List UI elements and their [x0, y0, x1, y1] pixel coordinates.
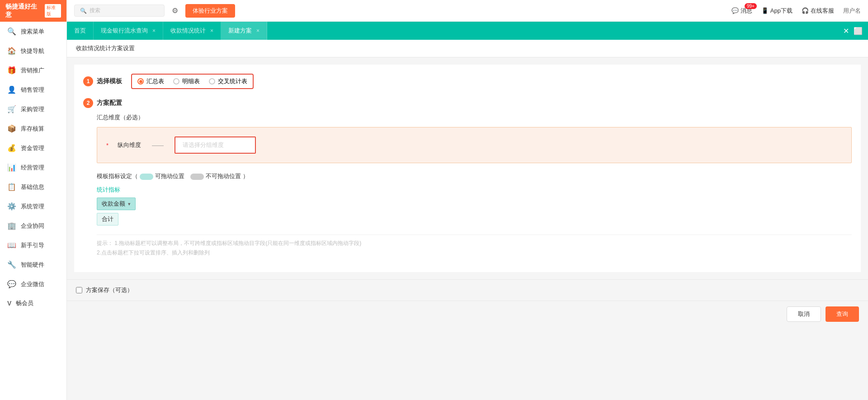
radio-cross[interactable]: 交叉统计表: [209, 77, 247, 85]
tip-line-1: 提示： 1.拖动标题栏可以调整布局，不可跨维度或指标区域拖动目字段(只能在同一维…: [97, 240, 852, 247]
settings-gear-icon[interactable]: ⚙: [172, 6, 178, 15]
metrics-label-text: 模板指标设定（: [97, 173, 138, 179]
chevron-down-icon: ▾: [128, 201, 131, 207]
tab-home[interactable]: 首页: [67, 22, 94, 40]
query-button[interactable]: 查询: [826, 306, 859, 322]
metrics-tag-collection-amount[interactable]: 收款金额 ▾: [97, 198, 136, 210]
step1-label: 选择模板: [97, 77, 122, 85]
required-star: *: [106, 142, 108, 149]
sidebar-item-wechat[interactable]: 💬 企业微信: [0, 274, 66, 294]
customer-service-item[interactable]: 🎧 在线客服: [802, 7, 834, 15]
settings-icon: ⚙️: [7, 202, 16, 211]
tab-cashflow-label: 现金银行流水查询: [101, 27, 148, 35]
step1-number: 1: [83, 76, 93, 86]
metrics-subtag-total[interactable]: 合计: [97, 213, 118, 226]
sidebar-item-hardware[interactable]: 🔧 智能硬件: [0, 255, 66, 274]
dimension-title: 汇总维度（必选）: [97, 113, 852, 122]
radio-detail[interactable]: 明细表: [173, 77, 200, 85]
sidebar-item-sales[interactable]: 👤 销售管理: [0, 80, 66, 99]
breadcrumb: 收款情况统计方案设置: [76, 45, 135, 52]
radio-summary[interactable]: 汇总表: [137, 77, 164, 85]
service-icon: 🎧: [802, 7, 809, 14]
sidebar-item-system[interactable]: ⚙️ 系统管理: [0, 197, 66, 216]
page-header: 收款情况统计方案设置: [67, 40, 868, 57]
bottom-action-bar: 取消 查询: [67, 301, 868, 327]
sidebar-item-member[interactable]: V 畅会员: [0, 294, 66, 313]
subtag-label: 合计: [102, 215, 113, 223]
trial-button[interactable]: 体验行业方案: [185, 4, 235, 18]
tool-icon: 🔧: [7, 260, 16, 269]
close-window-icon[interactable]: ✕: [843, 27, 849, 35]
tabbar: 首页 现金银行流水查询 × 收款情况统计 × 新建方案 × ✕ ⬜: [67, 22, 868, 40]
sidebar-item-inventory[interactable]: 📦 库存核算: [0, 119, 66, 138]
cancel-button[interactable]: 取消: [787, 306, 821, 322]
arrow-icon: ——: [152, 142, 164, 149]
chart-icon: 📊: [7, 163, 16, 172]
tip-line-2: 2.点击标题栏下拉可设置排序、插入列和删除列: [97, 249, 852, 257]
step2-row: 2 方案配置: [83, 98, 852, 108]
sidebar-item-label: 系统管理: [21, 202, 44, 211]
sidebar-item-newbie[interactable]: 📖 新手引导: [0, 235, 66, 255]
tab-new-plan-label: 新建方案: [228, 27, 252, 35]
sidebar-item-label: 基础信息: [21, 183, 44, 191]
save-checkbox[interactable]: [76, 287, 82, 293]
service-label: 在线客服: [811, 7, 834, 15]
book-icon: 📖: [7, 241, 16, 249]
metrics-label-row: 模板指标设定（ 可拖动位置 不可拖动位置 ）: [97, 172, 852, 180]
sidebar-item-purchase[interactable]: 🛒 采购管理: [0, 99, 66, 119]
maximize-icon[interactable]: ⬜: [854, 27, 863, 35]
dimension-row: * 纵向维度 —— 请选择分组维度: [106, 136, 842, 154]
tab-home-label: 首页: [74, 27, 86, 35]
search-icon: 🔍: [7, 27, 16, 36]
sidebar-item-label: 资金管理: [21, 144, 44, 152]
sidebar-item-label: 采购管理: [21, 105, 44, 113]
user-name[interactable]: 用户名: [843, 7, 861, 15]
download-item[interactable]: 📱 App下载: [761, 7, 793, 15]
chat-icon: 💬: [7, 280, 16, 288]
metrics-category-label: 统计指标: [97, 186, 852, 194]
save-label: 方案保存（可选）: [86, 286, 133, 294]
tab-cashflow-close[interactable]: ×: [152, 28, 156, 34]
notification-item[interactable]: 💬 消息 99+: [731, 7, 752, 15]
radio-summary-label: 汇总表: [146, 77, 164, 85]
metrics-subtag-row: 合计: [97, 213, 852, 226]
sidebar-item-quick-nav[interactable]: 🏠 快捷导航: [0, 41, 66, 61]
sidebar-item-capital[interactable]: 💰 资金管理: [0, 138, 66, 158]
header-search-box[interactable]: 🔍 搜索: [74, 5, 165, 17]
tab-cashflow[interactable]: 现金银行流水查询 ×: [94, 22, 163, 40]
radio-detail-circle: [173, 78, 179, 85]
sidebar-item-search[interactable]: 🔍 搜索菜单: [0, 22, 66, 41]
sidebar-item-enterprise[interactable]: 🏢 企业协同: [0, 216, 66, 235]
message-icon: 💬: [731, 7, 739, 14]
tab-collection-close[interactable]: ×: [210, 28, 213, 34]
gift-icon: 🎁: [7, 66, 16, 75]
logo-text: 畅捷通好生意: [5, 3, 41, 19]
dimension-area: * 纵向维度 —— 请选择分组维度: [97, 127, 852, 163]
tab-collection-label: 收款情况统计: [170, 27, 206, 35]
sidebar-item-label: 智能硬件: [21, 261, 44, 269]
dimension-select[interactable]: 请选择分组维度: [175, 136, 256, 154]
sidebar-item-label: 库存核算: [21, 125, 44, 133]
sidebar-item-operation[interactable]: 📊 经营管理: [0, 158, 66, 177]
sidebar-logo: 畅捷通好生意 标准版: [0, 0, 66, 22]
tag-label: 收款金额: [102, 200, 125, 208]
metrics-section: 统计指标 收款金额 ▾ 合计: [97, 186, 852, 226]
radio-cross-circle: [209, 78, 215, 85]
logo-badge: 标准版: [45, 4, 61, 18]
tab-collection-stats[interactable]: 收款情况统计 ×: [163, 22, 221, 40]
no-drag-indicator: 不可拖动位置: [190, 173, 241, 179]
tab-new-plan-close[interactable]: ×: [256, 28, 259, 34]
form-area: 1 选择模板 汇总表 明细表 交叉统计表: [74, 65, 861, 272]
user-icon: 👤: [7, 85, 16, 94]
radio-cross-label: 交叉统计表: [218, 77, 247, 85]
sidebar-item-label: 新手引导: [21, 241, 44, 249]
sidebar-item-basic[interactable]: 📋 基础信息: [0, 177, 66, 197]
sidebar-item-label: 营销推广: [21, 66, 44, 75]
sidebar-item-marketing[interactable]: 🎁 营销推广: [0, 61, 66, 80]
metrics-tag-row: 收款金额 ▾: [97, 198, 852, 210]
tab-new-plan[interactable]: 新建方案 ×: [221, 22, 267, 40]
sidebar-item-label: 搜索菜单: [21, 28, 44, 36]
clipboard-icon: 📋: [7, 183, 16, 191]
dimension-container: 汇总维度（必选） * 纵向维度 —— 请选择分组维度 模板指标设定（ 可拖动位置: [97, 113, 852, 263]
sidebar-item-label: 销售管理: [21, 86, 44, 94]
